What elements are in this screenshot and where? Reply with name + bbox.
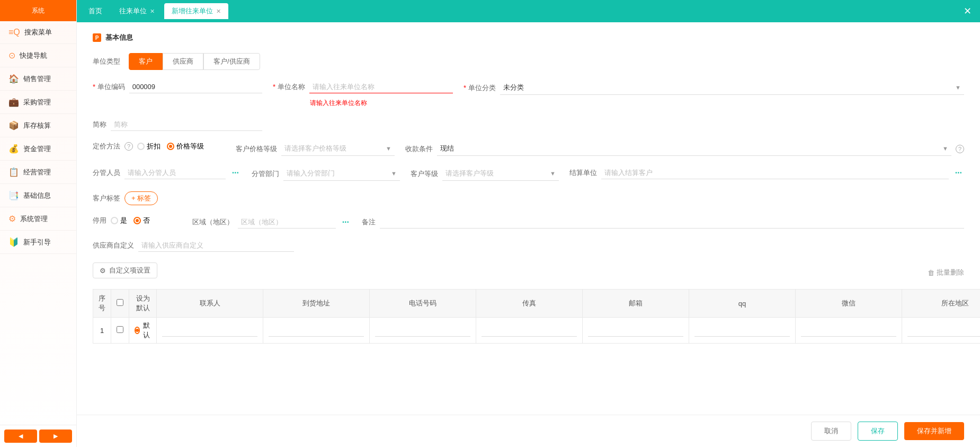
sidebar-item-label: 搜索菜单 xyxy=(24,28,52,37)
table-section: ⚙ 自定义项设置 🗑 批量删除 序号 设为默认 联系人 到货地址 电 xyxy=(93,262,964,344)
wechat-input[interactable] xyxy=(801,324,896,337)
save-and-new-button[interactable]: 保存并新增 xyxy=(904,422,964,440)
type-btn-supplier[interactable]: 供应商 xyxy=(163,53,203,70)
tab-new-unit-close[interactable]: ✕ xyxy=(216,8,221,14)
home-icon: 🏠 xyxy=(8,74,19,84)
customer-level-chevron: ▼ xyxy=(550,170,556,177)
address-input[interactable] xyxy=(269,324,364,337)
level-radio-circle xyxy=(167,143,174,150)
guide-icon: 🔰 xyxy=(8,237,19,247)
cell-default: 默认 xyxy=(129,318,157,344)
tab-units[interactable]: 往来单位 ✕ xyxy=(112,3,162,19)
tab-units-close[interactable]: ✕ xyxy=(150,8,155,14)
pricing-radio-discount[interactable]: 折扣 xyxy=(137,142,161,151)
th-wechat: 微信 xyxy=(796,290,902,318)
add-tag-button[interactable]: + 标签 xyxy=(124,191,158,205)
customer-level-select[interactable]: 请选择客户等级 ▼ xyxy=(442,166,559,181)
abbr-input[interactable] xyxy=(111,118,262,131)
customer-price-select[interactable]: 请选择客户价格等级 ▼ xyxy=(281,142,395,156)
sidebar-item-finance[interactable]: 💰 资金管理 xyxy=(0,137,76,161)
payment-help-icon[interactable]: ? xyxy=(956,145,964,153)
region-input[interactable] xyxy=(238,216,336,229)
form-row-abbr: 简称 xyxy=(93,118,964,131)
tab-new-unit[interactable]: 新增往来单位 ✕ xyxy=(164,3,228,19)
settlement-more-btn[interactable]: ··· xyxy=(953,168,964,178)
unit-code-label: 单位编码 xyxy=(93,82,125,92)
department-label: 分管部门 xyxy=(252,169,279,179)
th-check xyxy=(111,290,129,318)
disabled-radio-yes[interactable]: 是 xyxy=(111,216,127,225)
sidebar-item-label: 新手引导 xyxy=(23,238,51,247)
payment-terms-select[interactable]: 现结 ▼ xyxy=(437,142,951,156)
manager-more-btn[interactable]: ··· xyxy=(230,168,241,178)
unit-type-buttons: 客户 供应商 客户/供应商 xyxy=(129,53,260,70)
row-region-input[interactable] xyxy=(907,324,980,337)
tab-bar-close-all[interactable]: ✕ xyxy=(959,3,976,19)
th-qq: qq xyxy=(689,290,796,318)
finance-icon: 💰 xyxy=(8,144,19,154)
contact-input[interactable] xyxy=(162,324,257,337)
sidebar-item-operation[interactable]: 📋 经营管理 xyxy=(0,161,76,184)
form-row-manager: 分管人员 ··· 分管部门 请输入分管部门 ▼ 客户等级 请选择客户等级 ▼ 结… xyxy=(93,166,964,181)
select-all-checkbox[interactable] xyxy=(117,299,123,306)
pricing-label: 定价方法 xyxy=(93,142,120,151)
cancel-button[interactable]: 取消 xyxy=(811,422,851,441)
sidebar-item-search[interactable]: ≡Q 搜索菜单 xyxy=(0,21,76,44)
sidebar-item-sales[interactable]: 🏠 销售管理 xyxy=(0,67,76,91)
batch-delete-button[interactable]: 🗑 批量删除 xyxy=(928,268,964,277)
customer-level-placeholder: 请选择客户等级 xyxy=(446,169,548,178)
region-group: 区域（地区） ··· xyxy=(192,216,351,229)
sidebar-item-basic[interactable]: 📑 基础信息 xyxy=(0,184,76,207)
pricing-radio-level[interactable]: 价格等级 xyxy=(167,142,204,151)
region-more-btn[interactable]: ··· xyxy=(340,217,351,227)
fax-input[interactable] xyxy=(482,324,577,337)
sidebar-item-purchase[interactable]: 💼 采购管理 xyxy=(0,91,76,114)
unit-category-group: 单位分类 未分类 ▼ xyxy=(464,81,964,95)
unit-category-select[interactable]: 未分类 ▼ xyxy=(500,81,964,95)
unit-code-input[interactable] xyxy=(129,81,262,93)
default-radio[interactable] xyxy=(135,327,140,334)
manager-group: 分管人员 ··· xyxy=(93,166,241,179)
supplier-custom-input[interactable] xyxy=(138,239,294,252)
sidebar-bottom-btn2[interactable]: ▶ xyxy=(39,430,72,443)
sidebar-item-system[interactable]: ⚙ 系统管理 xyxy=(0,207,76,231)
section-icon: P xyxy=(93,33,101,42)
sidebar-item-guide[interactable]: 🔰 新手引导 xyxy=(0,231,76,254)
qq-input[interactable] xyxy=(694,324,790,337)
cell-region xyxy=(902,318,981,344)
purchase-icon: 💼 xyxy=(8,97,19,107)
pricing-radios: 折扣 价格等级 xyxy=(137,142,204,151)
sidebar-bottom-btn1[interactable]: ◀ xyxy=(4,430,37,443)
email-input[interactable] xyxy=(588,324,683,337)
disabled-radio-no[interactable]: 否 xyxy=(133,216,150,225)
manager-input[interactable] xyxy=(124,166,226,179)
tab-home[interactable]: 首页 xyxy=(81,3,110,19)
form-row-supplier-custom: 供应商自定义 xyxy=(93,239,964,252)
sidebar-item-inventory[interactable]: 📦 库存核算 xyxy=(0,114,76,137)
pricing-help-icon[interactable]: ? xyxy=(124,142,133,151)
unit-category-value: 未分类 xyxy=(503,83,953,92)
save-button[interactable]: 保存 xyxy=(858,422,898,441)
unit-name-input[interactable] xyxy=(309,81,453,93)
th-default: 设为默认 xyxy=(129,290,157,318)
th-address: 到货地址 xyxy=(263,290,370,318)
unit-category-chevron: ▼ xyxy=(955,84,961,91)
custom-settings-button[interactable]: ⚙ 自定义项设置 xyxy=(93,262,157,278)
form-row-unit-type: 单位类型 客户 供应商 客户/供应商 xyxy=(93,53,964,70)
row-checkbox[interactable] xyxy=(117,326,123,333)
unit-category-label: 单位分类 xyxy=(464,83,496,93)
sidebar-item-shortcut[interactable]: ⊙ 快捷导航 xyxy=(0,44,76,67)
custom-settings-label: 自定义项设置 xyxy=(109,266,150,275)
no-label: 否 xyxy=(143,216,150,225)
type-btn-customer[interactable]: 客户 xyxy=(129,53,163,70)
sidebar: 系统 ≡Q 搜索菜单 ⊙ 快捷导航 🏠 销售管理 💼 采购管理 📦 库存核算 💰… xyxy=(0,0,77,447)
remarks-input[interactable] xyxy=(380,216,964,229)
type-btn-both[interactable]: 客户/供应商 xyxy=(203,53,260,70)
th-email: 邮箱 xyxy=(583,290,689,318)
customer-price-chevron: ▼ xyxy=(386,145,391,152)
settlement-input[interactable] xyxy=(601,166,949,179)
department-select[interactable]: 请输入分管部门 ▼ xyxy=(283,166,400,181)
region-label: 区域（地区） xyxy=(192,217,234,227)
search-icon: ≡Q xyxy=(8,28,20,37)
phone-input[interactable] xyxy=(375,324,470,337)
